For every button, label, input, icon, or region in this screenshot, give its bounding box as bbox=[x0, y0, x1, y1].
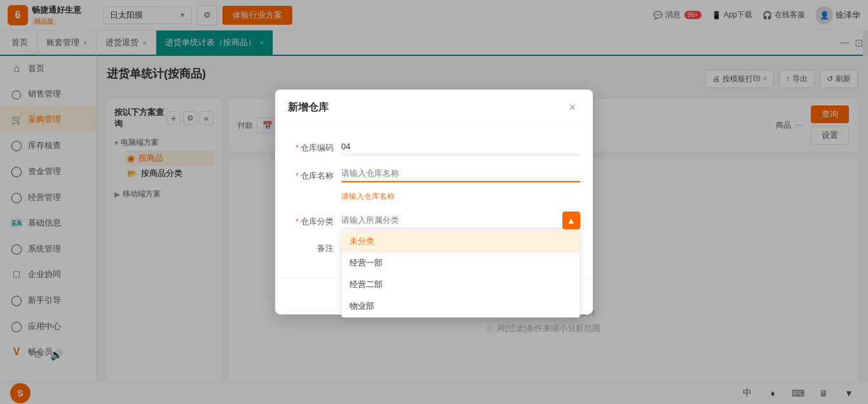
category-row: 仓库分类 ▲ 未分类 经营一部 经 bbox=[288, 212, 580, 229]
note-label: 备注 bbox=[288, 239, 334, 254]
code-input[interactable] bbox=[341, 138, 580, 155]
name-label: 仓库名称 bbox=[288, 166, 334, 182]
dialog-close-btn[interactable]: × bbox=[565, 100, 580, 115]
category-dropdown-toggle[interactable]: ▲ bbox=[562, 212, 580, 229]
dropdown-item-uncategorized[interactable]: 未分类 bbox=[342, 231, 580, 252]
dropdown-item-property[interactable]: 物业部 bbox=[342, 295, 580, 317]
new-warehouse-dialog: 新增仓库 × 仓库编码 仓库名称 请输入仓库名称 仓库分类 bbox=[275, 90, 593, 314]
dropdown-item-dept2[interactable]: 经营二部 bbox=[342, 274, 580, 295]
category-input-wrapper: ▲ 未分类 经营一部 经营二部 物业部 bbox=[341, 212, 580, 229]
chevron-up-icon: ▲ bbox=[567, 215, 576, 226]
name-error-row: 请输入仓库名称 bbox=[341, 191, 395, 202]
category-label: 仓库分类 bbox=[288, 212, 334, 227]
code-label: 仓库编码 bbox=[288, 138, 334, 154]
dialog-body: 仓库编码 仓库名称 请输入仓库名称 仓库分类 ▲ bbox=[275, 126, 593, 278]
dropdown-item-dept1[interactable]: 经营一部 bbox=[342, 252, 580, 274]
name-input[interactable] bbox=[341, 165, 580, 182]
code-row: 仓库编码 bbox=[288, 138, 580, 155]
name-row: 仓库名称 请输入仓库名称 bbox=[288, 165, 580, 202]
name-input-row: 仓库名称 bbox=[288, 165, 580, 182]
dialog-header: 新增仓库 × bbox=[275, 90, 593, 126]
modal-overlay: 新增仓库 × 仓库编码 仓库名称 请输入仓库名称 仓库分类 bbox=[0, 0, 868, 404]
name-error-msg: 请输入仓库名称 bbox=[341, 192, 395, 201]
dialog-title: 新增仓库 bbox=[288, 101, 329, 114]
category-dropdown: 未分类 经营一部 经营二部 物业部 bbox=[341, 230, 580, 318]
category-input[interactable] bbox=[341, 212, 580, 229]
